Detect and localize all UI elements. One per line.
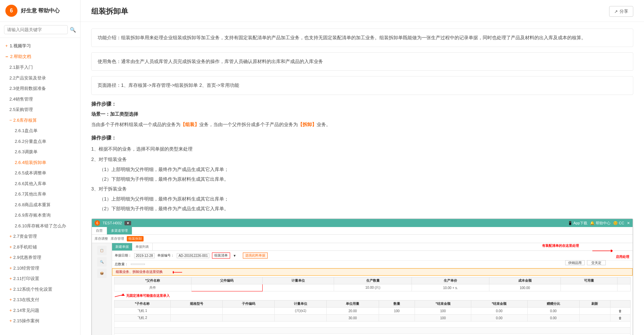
func-intro-text: 功能介绍：组装拆卸单用来处理企业组装或拆卸等加工业务，支持有固定装配清单的产品加… [98, 35, 586, 40]
mock-form-date-label: 单据日期： [115, 253, 131, 258]
mock-annotated-field[interactable]: 组装清单 [212, 253, 230, 259]
sidebar-item-help-docs[interactable]: − 2.帮助文档 [0, 51, 80, 62]
content-area: 功能介绍：组装拆卸单用来处理企业组装或拆卸等加工业务，支持有固定装配清单的产品加… [80, 22, 644, 335]
mock-orange-banner: 组装业务、拆卸业务在这里切换 [112, 268, 633, 276]
mock-annotated-select[interactable]: ▼ [233, 254, 236, 258]
th-cost2: *结束金额 [471, 300, 527, 308]
th-qty: 生产数量 [334, 277, 412, 284]
cell-cost: 100.00 [489, 284, 560, 291]
cell-sub-act: 🗑 [610, 308, 630, 315]
mock-active-tool[interactable]: 组装拆卸 [127, 236, 144, 241]
page-title: 组装拆卸单 [91, 6, 128, 16]
mock-tab-multi[interactable]: 多渠道管理 [107, 227, 132, 234]
mock-enable-btn[interactable]: 交关定 [587, 260, 606, 265]
sidebar-item-personalization[interactable]: +2.12系统个性化设置 [9, 284, 80, 295]
cell-sub-name2: 飞机 2 [114, 315, 171, 322]
search-input[interactable] [4, 25, 68, 34]
mock-enable-input[interactable]: 供销品用 [565, 260, 585, 265]
sidebar-item-print[interactable]: +2.11打印设置 [9, 273, 80, 284]
mock-tab-self[interactable]: 自营 [92, 227, 107, 234]
mock-toolbar-label2: 库存管理 [111, 236, 124, 241]
mock-icon-btn-3[interactable]: 📦 [97, 269, 107, 278]
sidebar-item-cost-recalc[interactable]: 2.6.8商品成本重算 [15, 200, 80, 210]
steps-heading: 操作步骤： [91, 135, 633, 141]
th-sub-name: *子件名称 [114, 300, 171, 308]
mock-form-batchno-label: 单据编号： [157, 253, 174, 258]
mock-sub-tab-list[interactable]: 单据列表 [132, 243, 153, 250]
sidebar-item-partial-stock[interactable]: 2.6.2分量盘点单 [15, 136, 80, 147]
sidebar-item-video[interactable]: + 1.视频学习 [0, 41, 80, 51]
mock-toolbar: 库存调整 库存管理 组装拆卸 [92, 235, 633, 243]
sidebar-item-mobile[interactable]: +2.8手机旺铺 [9, 242, 80, 253]
cell-sub-unit2 [275, 315, 327, 322]
sidebar-item-faq[interactable]: +2.14常见问题 [9, 305, 80, 316]
cell-ops [617, 284, 630, 291]
cell-sub-unit: (只)(s1) [275, 308, 327, 315]
mock-close-btn[interactable]: ✕ [627, 221, 630, 225]
sidebar-item-inventory[interactable]: −2.6库存核算 [9, 115, 80, 126]
cell-sub-refresh [579, 308, 610, 315]
sidebar-item-ops[interactable]: +2.10经营管理 [9, 263, 80, 274]
sidebar-item-online-pay[interactable]: +2.13在线支付 [9, 294, 80, 305]
step3b: （2）下部明细为子件明细，最终作为产成品生成其它入库单。 [91, 204, 633, 213]
nav-sub-inventory: 2.6.1盘点单 2.6.2分量盘点单 2.6.3调拨单 2.6.4组装拆卸单 … [9, 125, 80, 231]
page-path-block: 页面路径：1、库存核算->库存管理->组装拆卸单 2、首页->常用功能 [91, 76, 633, 95]
sidebar-item-finance[interactable]: +2.7资金管理 [9, 231, 80, 242]
cell-sub-name: 飞机 1 [114, 308, 171, 315]
mock-upper-table: *父件名称 父件编码 计量单位 生产数量 生产单价 成本金额 可用量 [114, 277, 631, 291]
sidebar-item-other-inbound[interactable]: 2.6.6其他入库单 [15, 178, 80, 189]
mock-icon-btn-2[interactable]: 🔍 [97, 257, 107, 267]
mock-qty-label: 总数量： [115, 262, 128, 267]
sidebar-item-cases[interactable]: +2.15操作案例 [9, 316, 80, 326]
sidebar-item-assembly[interactable]: 2.6.4组装拆卸单 [15, 157, 80, 168]
cell-price: 10.00 + s. [412, 284, 489, 291]
sidebar-item-purchase[interactable]: 2.5采购管理 [9, 104, 80, 115]
sidebar-item-install[interactable]: 2.2产品安装及登录 [9, 73, 80, 83]
sidebar-item-beginner[interactable]: 2.1新手入门 [9, 62, 80, 73]
mock-app-name: TEST-H002 [103, 221, 122, 225]
sidebar-item-stock-ledger[interactable]: 2.6.9库存账本查询 [15, 210, 80, 221]
mock-icon-btn-1[interactable]: 📋 [97, 246, 107, 255]
mock-upper-table-wrap: *父件名称 父件编码 计量单位 生产数量 生产单价 成本金额 可用量 [112, 276, 633, 293]
sidebar-item-transfer[interactable]: 2.6.3调拨单 [15, 147, 80, 157]
sidebar-item-stocktake[interactable]: 2.6.1盘点单 [15, 125, 80, 136]
disassembly-label: 【拆卸】 [298, 122, 317, 127]
th-num: 数量 [379, 300, 415, 308]
table-row: 飞机 2 30.00 100 0.00 0.00 [114, 315, 631, 322]
func-intro-block: 功能介绍：组装拆卸单用来处理企业组装或拆卸等加工业务，支持有固定装配清单的产品加… [91, 29, 633, 47]
app-logo-icon: 6 [95, 220, 100, 226]
mock-form-batchno[interactable]: AD-201912226-001 [177, 253, 209, 258]
th-avail: 可用量 [560, 277, 617, 284]
cell-sub-spec2 [170, 315, 222, 322]
mock-form-date[interactable]: 2019-12-28 [134, 253, 155, 258]
page-path-text: 页面路径：1、库存核算->库存管理->组装拆卸单 2、首页->常用功能 [98, 82, 239, 88]
th-sub-unit: 计量单位 [275, 300, 327, 308]
share-icon: ↗ [614, 9, 618, 14]
sidebar-item-sales[interactable]: 2.4销售管理 [9, 94, 80, 105]
mock-app-store: 📱 App下载 [568, 221, 587, 226]
sidebar-item-other-outbound[interactable]: 2.6.7其他出库单 [15, 189, 80, 200]
cell-qty: 10.00 (只) [334, 284, 412, 291]
mock-tab-bar: 自营 多渠道管理 [92, 227, 633, 235]
sidebar-item-data-prep[interactable]: 2.3使用前数据准备 [9, 83, 80, 94]
mock-sub-tab-new[interactable]: 新建单据 [112, 243, 132, 250]
table-row: 飞机 1 (只)(s1) 20.00 100 100 0.00 0.00 [114, 308, 631, 315]
cell-sub-num2 [379, 315, 415, 322]
th-spec: 规格型号 [170, 300, 222, 308]
annotation-enable-area: 供销品用 交关定 [565, 261, 606, 265]
share-button[interactable]: ↗ 分享 [609, 6, 633, 17]
step2a: （1）上部明细为父件明细，最终作为产成品生成其它入库单； [91, 165, 633, 174]
mock-right-content: 新建单据 单据列表 单据日期： 2019-12-28 单据编号： AD-2019… [112, 243, 633, 335]
cell-sub-cost1: 100 [415, 308, 471, 315]
mock-lower-table-wrap: *子件名称 规格型号 子件编码 计量单位 单位用量 数量 *结束金额 *结束金额 [112, 299, 633, 335]
th-sub-code: 子件编码 [222, 300, 274, 308]
sidebar-item-cost-adjust[interactable]: 2.6.5成本调整单 [15, 168, 80, 178]
search-icon[interactable]: 🔍 [70, 27, 76, 33]
mock-qty-input[interactable] [131, 264, 145, 265]
mock-form-row2: 总数量： 供销品用 交关定 启用处理 [112, 261, 633, 268]
sidebar-item-stock-error[interactable]: 2.6.10库存账本错了怎么办 [15, 221, 80, 231]
user-role-text: 使用角色：通常由生产人员或库管人员完成拆装业务的操作，库管人员确认原材料的出库和… [98, 59, 323, 64]
cell-sub-code [222, 308, 274, 315]
mock-optional-btn[interactable]: 选填此料单据 [243, 253, 268, 259]
sidebar-item-coupon[interactable]: +2.9优惠券管理 [9, 252, 80, 263]
